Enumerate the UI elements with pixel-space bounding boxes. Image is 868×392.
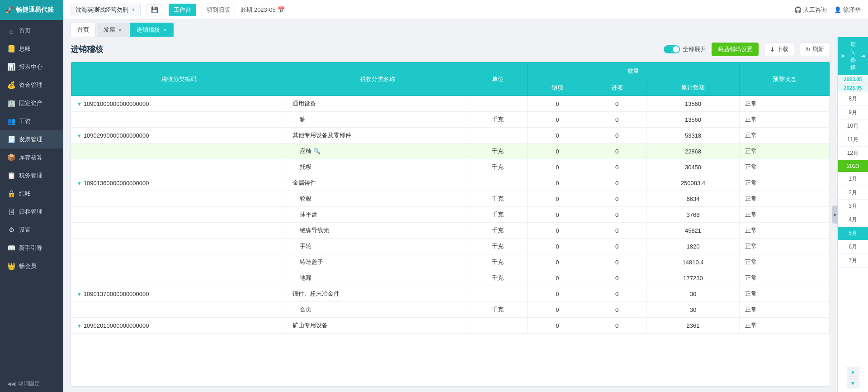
- sidebar-footer[interactable]: ◀◀ 取消固定: [0, 375, 63, 392]
- cell-purchase: 0: [587, 318, 647, 334]
- cell-status: 正常: [739, 254, 829, 270]
- sidebar-item-funds[interactable]: 💰资金管理: [0, 76, 63, 94]
- download-icon: ⬇: [770, 46, 775, 53]
- month-9[interactable]: 9月: [838, 106, 868, 120]
- sidebar-item-archive[interactable]: 🗄归档管理: [0, 203, 63, 221]
- sidebar-label-ledger: 总账: [19, 45, 31, 53]
- sidebar-item-inventory[interactable]: 📦库存核算: [0, 148, 63, 167]
- cell-code: [71, 223, 287, 239]
- right-panel: ▶ ✕ 期间选择 ⇥ 2023.05 2023.05 8月 9月 10月 11月…: [837, 37, 868, 392]
- cell-unit: [468, 318, 528, 334]
- cell-code: [71, 159, 287, 175]
- cell-name: 合页: [287, 302, 468, 318]
- cell-unit: 千克: [468, 239, 528, 254]
- cell-purchase: 0: [587, 270, 647, 286]
- panel-up-btn[interactable]: ▲: [847, 367, 859, 377]
- sidebar-label-settings: 设置: [19, 226, 31, 234]
- cell-code: [71, 270, 287, 286]
- expand-toggle[interactable]: 全部展开: [664, 45, 706, 53]
- refresh-btn[interactable]: ↻ 刷新: [800, 43, 830, 56]
- month-4[interactable]: 4月: [838, 213, 868, 227]
- sidebar-item-guide[interactable]: 📖新手引导: [0, 239, 63, 257]
- company-selector[interactable]: 沈海英测试经营勿删 ▼: [71, 4, 141, 16]
- month-1[interactable]: 1月: [838, 172, 868, 186]
- download-btn[interactable]: ⬇ 下载: [764, 43, 794, 56]
- table-row: ▼10902010000000000000 矿山专用设备 0 0 2361 正常: [71, 318, 830, 334]
- tab-invoices-close[interactable]: ✕: [118, 27, 122, 33]
- col-tax-name: 税收分类名称: [287, 62, 468, 96]
- toggle-label: 全部展开: [683, 45, 706, 53]
- month-2[interactable]: 2月: [838, 186, 868, 200]
- cell-sales: 0: [528, 302, 587, 318]
- cell-total: 250083.4: [647, 175, 740, 191]
- sidebar-label-archive: 归档管理: [19, 208, 42, 216]
- panel-toggle-btn[interactable]: ▶: [832, 206, 838, 224]
- panel-down-btn[interactable]: ▼: [847, 378, 859, 388]
- cell-sales: 0: [528, 239, 587, 254]
- search-icon[interactable]: 🔍: [313, 148, 321, 154]
- col-unit: 单位: [468, 62, 528, 96]
- sidebar-item-assets[interactable]: 🏢固定资产: [0, 94, 63, 112]
- sidebar-item-member[interactable]: 👑畅会员: [0, 257, 63, 275]
- sidebar-item-invoices[interactable]: 🧾发票管理: [0, 130, 63, 148]
- inventory-icon: 📦: [7, 153, 15, 162]
- sidebar-item-tax[interactable]: 📋税务管理: [0, 167, 63, 185]
- cell-code: [71, 254, 287, 270]
- save-draft-button[interactable]: 💾: [146, 4, 163, 15]
- month-11[interactable]: 11月: [838, 133, 868, 147]
- month-7[interactable]: 7月: [838, 254, 868, 268]
- sidebar: 🚀 畅捷通易代账 ⌂首页📒总账📊报表中心💰资金管理🏢固定资产👥工资🧾发票管理📦库…: [0, 0, 63, 392]
- sidebar-item-ledger[interactable]: 📒总账: [0, 40, 63, 58]
- sidebar-item-payroll[interactable]: 👥工资: [0, 112, 63, 130]
- month-8[interactable]: 8月: [838, 92, 868, 106]
- cell-status: 正常: [739, 223, 829, 239]
- sidebar-item-home[interactable]: ⌂首页: [0, 22, 63, 40]
- cell-sales: 0: [528, 318, 587, 334]
- cell-sales: 0: [528, 143, 587, 159]
- cell-name: 托板: [287, 159, 468, 175]
- table-body: ▼10901000000000000000 通用设备 0 0 13560 正常 …: [71, 96, 830, 334]
- month-3[interactable]: 3月: [838, 200, 868, 213]
- product-code-btn[interactable]: 商品编码设置: [712, 43, 759, 56]
- user-profile[interactable]: 👤 徐泽华: [834, 6, 861, 14]
- month-5-active[interactable]: 5月: [838, 227, 868, 240]
- page-main: 进销稽核 全部展开 商品编码设置 ⬇ 下载: [63, 37, 837, 392]
- calendar-icon[interactable]: 📅: [278, 6, 285, 13]
- switch-old-button[interactable]: 切到旧版: [202, 4, 235, 16]
- sidebar-item-reports[interactable]: 📊报表中心: [0, 58, 63, 76]
- cell-name: 金属铸件: [287, 175, 468, 191]
- period-display: 账期 2023-05 📅: [241, 6, 285, 14]
- cell-unit: 千克: [468, 112, 528, 128]
- sidebar-item-settings[interactable]: ⚙设置: [0, 221, 63, 239]
- cell-unit: 千克: [468, 143, 528, 159]
- sidebar-item-closing[interactable]: 🔒结账: [0, 185, 63, 203]
- invoices-icon: 🧾: [7, 135, 15, 143]
- help-button[interactable]: 🎧 人工咨询: [794, 6, 827, 14]
- cell-name: 轴: [287, 112, 468, 128]
- tab-reconcile[interactable]: 进销稽核 ✕: [130, 23, 174, 37]
- archive-icon: 🗄: [7, 208, 15, 216]
- tab-reconcile-close[interactable]: ✕: [163, 27, 167, 33]
- tab-home[interactable]: 首页: [71, 23, 96, 37]
- tab-invoices[interactable]: 发票 ✕: [97, 23, 129, 37]
- sidebar-label-invoices: 发票管理: [19, 135, 42, 143]
- month-10[interactable]: 10月: [838, 120, 868, 133]
- cell-total: 53318: [647, 128, 740, 143]
- tax-icon: 📋: [7, 172, 15, 180]
- workbench-button[interactable]: 工作台: [169, 4, 196, 16]
- col-sales: 销项: [528, 80, 587, 96]
- cell-sales: 0: [528, 96, 587, 112]
- month-6[interactable]: 6月: [838, 240, 868, 254]
- cell-total: 22868: [647, 143, 740, 159]
- year-2023[interactable]: 2023: [838, 160, 868, 172]
- toggle-track[interactable]: [664, 45, 680, 53]
- cell-purchase: 0: [587, 302, 647, 318]
- cell-status: 正常: [739, 270, 829, 286]
- cell-name: 矿山专用设备: [287, 318, 468, 334]
- panel-expand-btn[interactable]: ⇥: [860, 53, 866, 59]
- cell-total: 13560: [647, 96, 740, 112]
- month-12[interactable]: 12月: [838, 147, 868, 160]
- cell-sales: 0: [528, 254, 587, 270]
- panel-close-btn[interactable]: ✕: [840, 53, 846, 59]
- pin-icon: ◀◀: [7, 381, 15, 387]
